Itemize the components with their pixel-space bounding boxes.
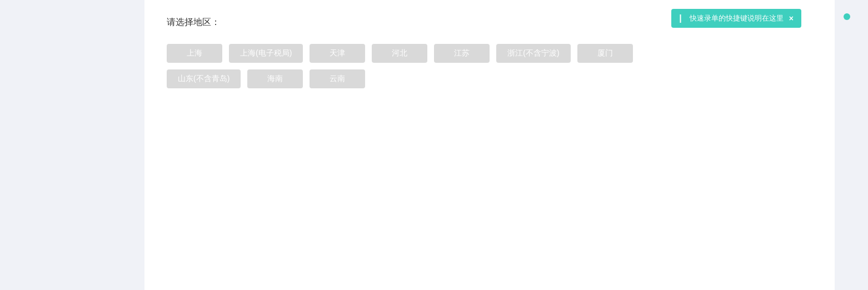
sidebar (0, 0, 144, 290)
region-btn-jiangsu[interactable]: 江苏 (434, 44, 490, 63)
tooltip-indicator-dot (844, 13, 850, 20)
region-btn-zhejiang[interactable]: 浙江(不含宁波) (496, 44, 570, 63)
region-btn-hainan[interactable]: 海南 (247, 69, 303, 88)
region-btn-shandong[interactable]: 山东(不含青岛) (167, 69, 241, 88)
region-btn-xiamen[interactable]: 厦门 (577, 44, 633, 63)
main-content: 快速录单的快捷键说明在这里 × 请选择地区： 上海 上海(电子税局) 天津 河北… (144, 0, 835, 290)
region-btn-yunnan[interactable]: 云南 (310, 69, 365, 88)
tooltip-text: 快速录单的快捷键说明在这里 (690, 13, 784, 23)
tooltip-close-button[interactable]: × (789, 14, 794, 23)
region-btn-tianjin[interactable]: 天津 (310, 44, 365, 63)
region-btn-hebei[interactable]: 河北 (372, 44, 427, 63)
region-button-group: 上海 上海(电子税局) 天津 河北 江苏 浙江(不含宁波) 厦门 山东(不含青岛… (167, 44, 812, 88)
tooltip-bar[interactable]: 快速录单的快捷键说明在这里 × (671, 9, 801, 28)
right-panel (835, 0, 868, 290)
region-btn-shanghai[interactable]: 上海 (167, 44, 222, 63)
region-btn-shanghai-etax[interactable]: 上海(电子税局) (229, 44, 303, 63)
